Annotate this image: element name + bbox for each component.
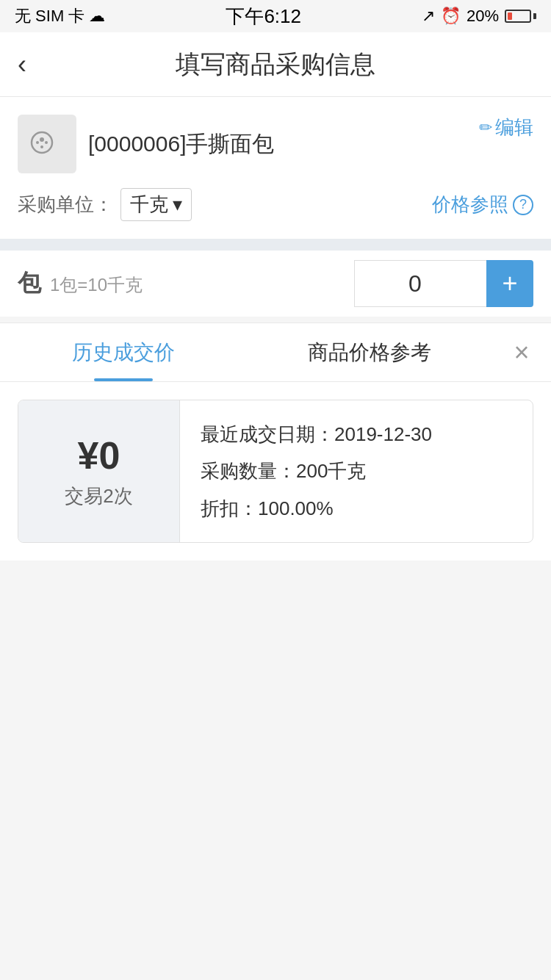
tab-product-price-ref[interactable]: 商品价格参考 [246, 323, 492, 381]
product-unit-row: 采购单位： 千克 ▾ 价格参照 ? [18, 188, 533, 221]
product-section: [0000006]手撕面包 ✏ 编辑 采购单位： 千克 ▾ 价格参照 ? [0, 97, 551, 239]
page-title: 填写商品采购信息 [176, 48, 375, 82]
product-thumbnail [18, 115, 76, 173]
svg-point-3 [36, 141, 39, 144]
history-card-right: 最近成交日期：2019-12-30 采购数量：200千克 折扣：100.00% [180, 400, 533, 542]
unit-value: 千克 [130, 192, 168, 217]
price-ref-label: 价格参照 [432, 192, 508, 217]
tabs-section: 历史成交价 商品价格参考 × ¥0 交易2次 最近成交日期：2019-12-30… [0, 323, 551, 561]
quantity-input[interactable] [354, 260, 486, 307]
status-time: 下午6:12 [226, 4, 301, 29]
product-header: [0000006]手撕面包 ✏ 编辑 [18, 115, 533, 173]
help-icon: ? [513, 195, 533, 215]
edit-label: 编辑 [495, 115, 533, 140]
battery-percent: 20% [467, 7, 499, 26]
status-left: 无 SIM 卡 ☁ [15, 5, 105, 27]
tabs-header: 历史成交价 商品价格参考 × [0, 323, 551, 382]
history-card-left: ¥0 交易2次 [18, 400, 180, 542]
edit-button[interactable]: ✏ 编辑 [479, 115, 533, 140]
quantity-row: 包 1包=10千克 + [0, 251, 551, 317]
qty-plus-button[interactable]: + [486, 260, 533, 307]
history-qty-row: 采购数量：200千克 [201, 458, 512, 484]
date-value: 2019-12-30 [334, 423, 432, 445]
product-left: [0000006]手撕面包 [18, 115, 274, 173]
edit-icon: ✏ [479, 118, 492, 137]
tab-close-button[interactable]: × [492, 337, 551, 368]
qty-input-wrap: + [354, 260, 533, 307]
svg-point-0 [32, 132, 52, 153]
sim-label: 无 SIM 卡 ☁ [15, 5, 105, 27]
history-date-row: 最近成交日期：2019-12-30 [201, 421, 512, 447]
nav-bar: ‹ 填写商品采购信息 [0, 32, 551, 97]
back-button[interactable]: ‹ [18, 49, 26, 80]
qty-unit-label: 包 [18, 267, 41, 300]
tab-history-price[interactable]: 历史成交价 [0, 323, 246, 381]
page-body [0, 561, 551, 980]
history-discount-row: 折扣：100.00% [201, 495, 512, 522]
product-name: [0000006]手撕面包 [88, 129, 274, 159]
quantity-left: 包 1包=10千克 [18, 267, 143, 300]
history-trades: 交易2次 [65, 483, 132, 509]
discount-label: 折扣： [201, 497, 258, 519]
qty-value: 200千克 [296, 460, 366, 482]
section-divider [0, 239, 551, 251]
tab-history-label: 历史成交价 [72, 339, 175, 367]
tab-underline [94, 378, 153, 381]
discount-value: 100.00% [258, 497, 334, 519]
chevron-down-icon: ▾ [173, 193, 182, 216]
battery-icon [505, 10, 536, 23]
status-right: ↗ ⏰ 20% [422, 7, 536, 26]
price-ref-button[interactable]: 价格参照 ? [432, 192, 533, 217]
location-icon: ↗ [422, 7, 435, 26]
status-bar: 无 SIM 卡 ☁ 下午6:12 ↗ ⏰ 20% [0, 0, 551, 32]
svg-point-1 [40, 137, 44, 142]
qty-conversion: 1包=10千克 [50, 273, 143, 297]
unit-label: 采购单位： [18, 192, 113, 217]
alarm-icon: ⏰ [441, 7, 461, 26]
tab-product-price-label: 商品价格参考 [308, 339, 431, 367]
qty-label: 采购数量： [201, 460, 296, 482]
date-label: 最近成交日期： [201, 423, 334, 445]
history-price: ¥0 [78, 433, 120, 478]
history-card: ¥0 交易2次 最近成交日期：2019-12-30 采购数量：200千克 折扣：… [18, 400, 533, 543]
unit-select[interactable]: 千克 ▾ [120, 188, 192, 221]
svg-point-4 [40, 145, 43, 148]
svg-point-2 [45, 141, 48, 144]
history-content: ¥0 交易2次 最近成交日期：2019-12-30 采购数量：200千克 折扣：… [0, 382, 551, 561]
